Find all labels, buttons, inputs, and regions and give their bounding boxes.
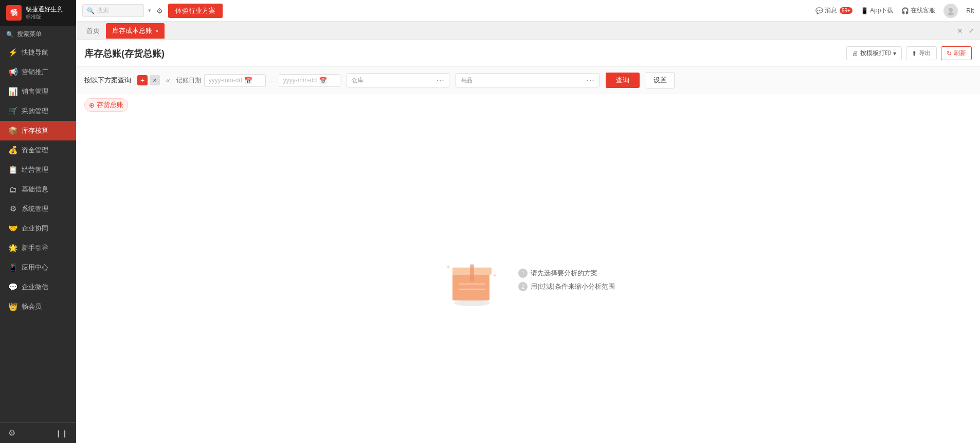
- scheme-item-icon: ⊕: [89, 101, 95, 109]
- tab-panel-close-button[interactable]: ✕: [955, 26, 965, 36]
- query-button[interactable]: 查询: [606, 73, 640, 88]
- warehouse-more-icon: ···: [436, 76, 444, 85]
- scheme-row: ⊕ 存货总账: [76, 94, 980, 116]
- main-area: 🔍 搜索 ▾ ⚙ 体验行业方案 💬 消息 99+ 📱 App下载 🎧 在线客服: [76, 0, 980, 443]
- avatar[interactable]: [943, 4, 958, 18]
- export-button[interactable]: ⬆ 导出: [906, 46, 937, 60]
- svg-point-2: [454, 300, 490, 306]
- message-icon: 💬: [815, 7, 823, 14]
- purchase-icon: 🛒: [8, 107, 17, 116]
- settings-button[interactable]: ⚙: [8, 428, 15, 438]
- sidebar-item-member[interactable]: 👑 畅会员: [0, 297, 76, 316]
- goods-label: 商品: [460, 76, 473, 85]
- goods-filter[interactable]: 商品 ···: [456, 73, 600, 87]
- search-icon: 🔍: [6, 31, 14, 38]
- sidebar-item-finance[interactable]: 💰 资金管理: [0, 140, 76, 160]
- logo-text: 畅捷通好生意 标准版: [26, 6, 63, 21]
- svg-text:✦: ✦: [493, 273, 497, 278]
- message-button[interactable]: 💬 消息 99+: [815, 6, 852, 15]
- calendar-start-icon[interactable]: 📅: [244, 77, 252, 84]
- empty-text-block: 1 请先选择要分析的方案 2 用[过滤]条件来缩小分析范围: [518, 269, 614, 291]
- date-end-input[interactable]: yyyy-mm-dd 📅: [279, 74, 340, 87]
- marketing-icon: 📢: [8, 67, 17, 77]
- sidebar-item-newuser[interactable]: 🌟 新手引导: [0, 238, 76, 258]
- svg-point-0: [949, 8, 953, 12]
- sidebar-item-appcenter[interactable]: 📱 应用中心: [0, 258, 76, 277]
- topbar-dropdown-arrow[interactable]: ▾: [148, 7, 151, 14]
- topbar-search[interactable]: 🔍 搜索: [82, 4, 144, 17]
- refresh-button[interactable]: ↻ 刷新: [941, 46, 972, 60]
- newuser-icon: 🌟: [8, 243, 17, 253]
- topbar: 🔍 搜索 ▾ ⚙ 体验行业方案 💬 消息 99+ 📱 App下载 🎧 在线客服: [76, 0, 980, 22]
- scheme-item-inventory-ledger[interactable]: ⊕ 存货总账: [84, 98, 128, 112]
- empty-illustration: ✦ ✦: [441, 249, 503, 311]
- industry-solution-button[interactable]: 体验行业方案: [168, 4, 223, 18]
- sidebar-nav: ⚡ 快捷导航 📢 营销推广 📊 销售管理 🛒 采购管理 📦 库存核算 💰 资金管…: [0, 43, 76, 422]
- date-start-input[interactable]: yyyy-mm-dd 📅: [204, 74, 266, 87]
- empty-hint-2: 2 用[过滤]条件来缩小分析范围: [518, 282, 614, 291]
- wechat-icon: 💬: [8, 282, 17, 292]
- operation-icon: 📋: [8, 165, 17, 174]
- tab-home[interactable]: 首页: [80, 23, 106, 39]
- page-title: 库存总账(存货总账): [84, 47, 165, 60]
- shortcut-icon: ⚡: [8, 48, 17, 57]
- filter-settings-button[interactable]: 设置: [646, 72, 675, 88]
- sidebar-item-system[interactable]: ⚙ 系统管理: [0, 199, 76, 219]
- headset-icon: 🎧: [901, 7, 909, 14]
- sidebar-item-shortcut[interactable]: ⚡ 快捷导航: [0, 43, 76, 62]
- filter-label: 按以下方案查询: [84, 76, 131, 85]
- message-badge: 99+: [840, 7, 852, 14]
- sidebar: 畅 畅捷通好生意 标准版 🔍 搜索菜单 ⚡ 快捷导航 📢 营销推广 📊 销售管理…: [0, 0, 76, 443]
- hint-1-number: 1: [518, 269, 528, 278]
- tab-expand-button[interactable]: ⤢: [967, 26, 976, 36]
- app-download-icon: 📱: [861, 7, 868, 14]
- filter-add-button[interactable]: +: [137, 75, 148, 85]
- print-icon: 🖨: [852, 50, 858, 57]
- online-service-button[interactable]: 🎧 在线客服: [901, 6, 935, 15]
- filter-delete-button[interactable]: ×: [150, 75, 160, 85]
- sidebar-item-basic[interactable]: 🗂 基础信息: [0, 180, 76, 199]
- empty-hint-1: 1 请先选择要分析的方案: [518, 269, 614, 278]
- export-icon: ⬆: [912, 50, 917, 57]
- sidebar-item-wechat[interactable]: 💬 企业微信: [0, 277, 76, 297]
- date-separator: —: [269, 77, 276, 84]
- filter-actions: + ×: [137, 75, 160, 85]
- member-icon: 👑: [8, 302, 17, 311]
- filter-bar: 按以下方案查询 + × « 记账日期 yyyy-mm-dd 📅 — yyyy-m…: [76, 67, 980, 94]
- svg-rect-7: [470, 264, 474, 281]
- sidebar-collapse-button[interactable]: ❙❙: [56, 429, 68, 437]
- refresh-icon: ↻: [947, 50, 952, 57]
- hint-2-number: 2: [518, 282, 528, 291]
- sidebar-item-cooperation[interactable]: 🤝 企业协同: [0, 219, 76, 238]
- sidebar-item-inventory[interactable]: 📦 库存核算: [0, 121, 76, 140]
- tab-bar: 首页 库存成本总账 × ✕ ⤢: [76, 22, 980, 40]
- sidebar-search[interactable]: 🔍 搜索菜单: [0, 26, 76, 43]
- sidebar-item-purchase[interactable]: 🛒 采购管理: [0, 101, 76, 121]
- app-download-button[interactable]: 📱 App下载: [861, 6, 893, 15]
- empty-state: ✦ ✦ 1 请先选择要分析的方案 2 用[过滤]条件来缩小分析范围: [76, 116, 980, 443]
- basic-icon: 🗂: [8, 185, 17, 194]
- topbar-gear-icon[interactable]: ⚙: [155, 6, 164, 16]
- logo-icon: 畅: [6, 5, 22, 21]
- warehouse-label: 仓库: [351, 76, 364, 85]
- page-content: 库存总账(存货总账) 🖨 按模板打印 ▾ ⬆ 导出 ↻ 刷新 按以下方案查询: [76, 40, 980, 443]
- date-field-label: 记账日期: [176, 76, 201, 85]
- scheme-item-label: 存货总账: [97, 100, 123, 110]
- date-filter-field: 记账日期 yyyy-mm-dd 📅 — yyyy-mm-dd 📅: [176, 74, 340, 87]
- cooperation-icon: 🤝: [8, 224, 17, 233]
- topbar-search-icon: 🔍: [87, 7, 95, 14]
- print-button[interactable]: 🖨 按模板打印 ▾: [846, 46, 902, 60]
- sidebar-item-sales[interactable]: 📊 销售管理: [0, 82, 76, 101]
- sidebar-item-operation[interactable]: 📋 经营管理: [0, 160, 76, 180]
- filter-collapse-icon[interactable]: «: [166, 76, 170, 84]
- date-end-placeholder: yyyy-mm-dd: [283, 77, 317, 84]
- warehouse-filter[interactable]: 仓库 ···: [347, 73, 449, 87]
- calendar-end-icon[interactable]: 📅: [319, 77, 327, 84]
- user-name: Rit: [966, 7, 974, 14]
- svg-point-1: [948, 12, 954, 15]
- finance-icon: 💰: [8, 146, 17, 155]
- sidebar-item-marketing[interactable]: 📢 营销推广: [0, 62, 76, 82]
- appcenter-icon: 📱: [8, 263, 17, 272]
- tab-inventory-ledger[interactable]: 库存成本总账 ×: [106, 23, 165, 39]
- tab-close-icon[interactable]: ×: [155, 28, 158, 34]
